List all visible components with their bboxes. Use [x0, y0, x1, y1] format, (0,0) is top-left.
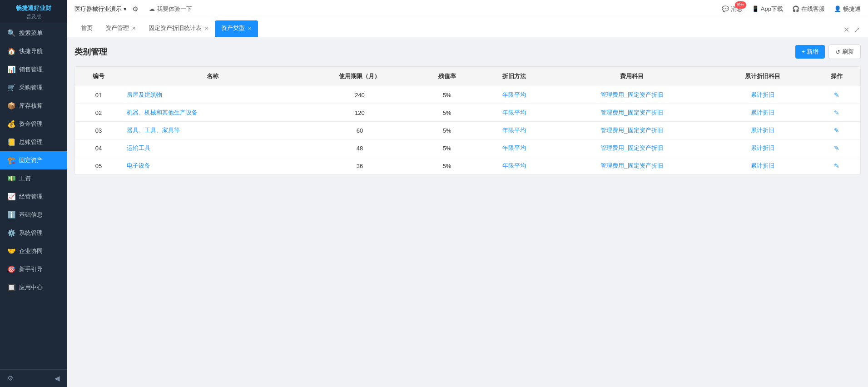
sidebar-label-sales: 销售管理	[19, 65, 43, 74]
new-btn[interactable]: + 新增	[795, 45, 825, 59]
edit-icon-0[interactable]: ✎	[834, 91, 839, 99]
cell-expense-4: 管理费用_固定资产折旧	[551, 157, 712, 175]
company-name: 医疗器械行业演示	[74, 5, 122, 13]
sidebar-label-guide: 新手引导	[19, 265, 43, 273]
sidebar-item-system[interactable]: ⚙️ 系统管理	[0, 224, 67, 242]
sales-icon: 📊	[7, 65, 15, 74]
online-service-label: 在线客服	[801, 5, 825, 13]
sidebar-item-guide[interactable]: 🎯 新手引导	[0, 260, 67, 278]
cell-code-0: 01	[75, 86, 122, 104]
purchase-icon: 🛒	[7, 84, 15, 92]
cell-expense-3: 管理费用_固定资产折旧	[551, 139, 712, 157]
sidebar-label-operations: 经营管理	[19, 193, 43, 201]
sidebar-item-operations[interactable]: 📈 经营管理	[0, 188, 67, 206]
refresh-icon: ↺	[835, 49, 840, 55]
sidebar-label-quick-nav: 快捷导航	[19, 47, 43, 55]
settings-icon[interactable]: ⚙	[7, 374, 13, 382]
col-header-7: 操作	[813, 67, 860, 86]
cell-period-3: 48	[303, 139, 417, 157]
online-service-btn[interactable]: 🎧 在线客服	[792, 5, 825, 13]
tab-close-1[interactable]: ✕	[132, 26, 136, 31]
table-row: 03 器具、工具、家具等 60 5% 年限平均 管理费用_固定资产折旧 累计折旧…	[75, 122, 860, 139]
refresh-btn[interactable]: ↺ 刷新	[828, 45, 861, 59]
sidebar-label-fixed-assets: 固定资产	[19, 156, 43, 164]
sidebar-item-ledger[interactable]: 📒 总账管理	[0, 133, 67, 151]
cell-accum-2: 累计折旧	[713, 122, 813, 139]
tab-3[interactable]: 资产类型✕	[215, 20, 258, 37]
col-header-0: 编号	[75, 67, 122, 86]
sidebar-label-capital: 资金管理	[19, 120, 43, 128]
tab-close-3[interactable]: ✕	[248, 26, 252, 31]
sidebar-label-payroll: 工资	[19, 174, 31, 183]
cell-residual-2: 5%	[417, 122, 477, 139]
sidebar-item-search[interactable]: 🔍 搜索菜单	[0, 24, 67, 42]
gear-icon[interactable]: ⚙	[132, 5, 138, 13]
sidebar-item-fixed-assets[interactable]: 🏗️ 固定资产	[0, 151, 67, 169]
tab-container: 首页资产管理✕固定资产折旧统计表✕资产类型✕	[74, 18, 258, 37]
col-header-4: 折旧方法	[477, 67, 551, 86]
tab-2[interactable]: 固定资产折旧统计表✕	[142, 20, 215, 37]
content-area: 类别管理 + 新增 ↺ 刷新 编号名称使用期限（月）残值率折旧方法费用科目累计折…	[67, 37, 868, 387]
edit-icon-4[interactable]: ✎	[834, 162, 839, 169]
app-center-icon: 🔲	[7, 283, 15, 292]
table-row: 01 房屋及建筑物 240 5% 年限平均 管理费用_固定资产折旧 累计折旧 ✎	[75, 86, 860, 104]
sidebar-label-basic-info: 基础信息	[19, 211, 43, 219]
sidebar-item-app-center[interactable]: 🔲 应用中心	[0, 278, 67, 297]
cell-code-2: 03	[75, 122, 122, 139]
sidebar-label-app-center: 应用中心	[19, 283, 43, 292]
sidebar-item-quick-nav[interactable]: 🏠 快捷导航	[0, 42, 67, 60]
sidebar-item-capital[interactable]: 💰 资金管理	[0, 115, 67, 133]
enterprise-icon: 🤝	[7, 247, 15, 255]
app-download-btn[interactable]: 📱 App下载	[752, 5, 783, 13]
cell-residual-4: 5%	[417, 157, 477, 175]
message-btn[interactable]: 💬 消息 99	[722, 5, 743, 13]
cell-accum-1: 累计折旧	[713, 104, 813, 122]
sidebar-item-basic-info[interactable]: ℹ️ 基础信息	[0, 206, 67, 224]
capital-icon: 💰	[7, 120, 15, 128]
tab-1[interactable]: 资产管理✕	[99, 20, 142, 37]
tab-label-2: 固定资产折旧统计表	[149, 24, 202, 32]
search-icon: 🔍	[7, 29, 15, 37]
col-header-6: 累计折旧科目	[713, 67, 813, 86]
tabbar: 首页资产管理✕固定资产折旧统计表✕资产类型✕ ✕ ⤢	[67, 18, 868, 37]
app-download-label: App下载	[761, 5, 783, 13]
col-header-1: 名称	[122, 67, 303, 86]
sidebar-item-enterprise[interactable]: 🤝 企业协同	[0, 242, 67, 260]
sidebar-item-sales[interactable]: 📊 销售管理	[0, 60, 67, 79]
app-version: 普及版	[26, 13, 41, 20]
close-tab-icon[interactable]: ✕	[843, 25, 850, 35]
edit-icon-2[interactable]: ✎	[834, 127, 839, 134]
user-icon: 👤	[834, 5, 841, 12]
cell-period-4: 36	[303, 157, 417, 175]
quick-nav-icon: 🏠	[7, 47, 15, 55]
user-label: 畅捷通	[843, 5, 861, 13]
message-badge: 99	[735, 1, 746, 9]
sidebar-logo: 畅捷通好业财 普及版	[0, 0, 67, 24]
cell-method-3: 年限平均	[477, 139, 551, 157]
expand-icon[interactable]: ⤢	[853, 25, 861, 35]
user-btn[interactable]: 👤 畅捷通	[834, 5, 861, 13]
cell-code-3: 04	[75, 139, 122, 157]
collapse-icon[interactable]: ◀	[55, 374, 60, 382]
tab-close-2[interactable]: ✕	[204, 26, 208, 31]
cell-accum-4: 累计折旧	[713, 157, 813, 175]
edit-icon-3[interactable]: ✎	[834, 144, 839, 152]
sidebar-item-inventory[interactable]: 📦 库存核算	[0, 97, 67, 115]
edit-icon-1[interactable]: ✎	[834, 109, 839, 116]
company-dropdown[interactable]: 医疗器械行业演示 ▾	[74, 5, 127, 13]
experience-btn[interactable]: ☁ 我要体验一下	[149, 5, 192, 13]
cell-period-1: 120	[303, 104, 417, 122]
tab-0[interactable]: 首页	[74, 20, 99, 37]
cell-action-1: ✎	[813, 104, 860, 122]
cell-accum-0: 累计折旧	[713, 86, 813, 104]
page-actions: + 新增 ↺ 刷新	[795, 45, 861, 59]
page-header: 类别管理 + 新增 ↺ 刷新	[74, 45, 861, 59]
cell-name-2: 器具、工具、家具等	[122, 122, 303, 139]
cell-period-0: 240	[303, 86, 417, 104]
sidebar-label-ledger: 总账管理	[19, 138, 43, 146]
sidebar-item-payroll[interactable]: 💵 工资	[0, 169, 67, 188]
headset-icon: 🎧	[792, 5, 799, 12]
mobile-icon: 📱	[752, 5, 759, 12]
message-icon: 💬	[722, 5, 729, 12]
sidebar-item-purchase[interactable]: 🛒 采购管理	[0, 79, 67, 97]
